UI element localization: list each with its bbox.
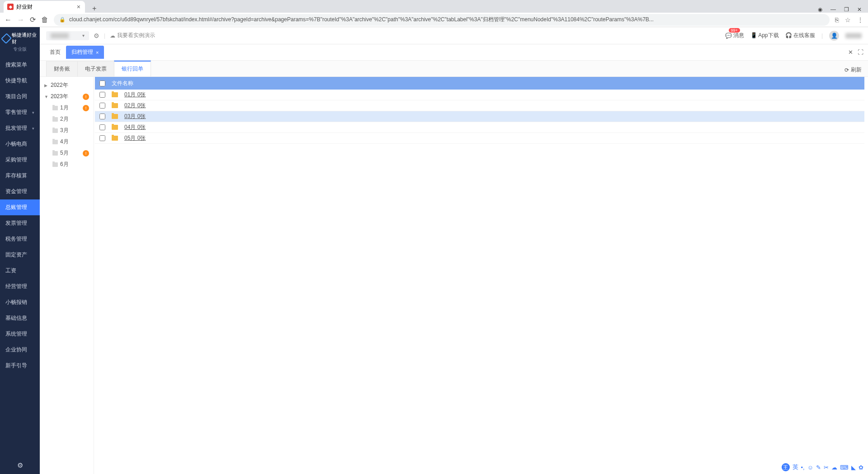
tab-home[interactable]: 首页 (44, 46, 66, 59)
ime-punct-icon[interactable]: •, (801, 464, 805, 471)
row-checkbox[interactable] (99, 92, 105, 98)
sidebar-item-11[interactable]: 税务管理 (0, 231, 40, 247)
sidebar-item-label: 资金管理 (5, 188, 27, 195)
table-row[interactable]: 01月 0张 (95, 90, 864, 100)
logo-edition: 专业版 (13, 46, 27, 52)
table-row[interactable]: 03月 0张 (95, 111, 864, 122)
subtab-einvoice[interactable]: 电子发票 (77, 61, 114, 76)
sidebar-item-14[interactable]: 经营管理 (0, 279, 40, 294)
sidebar-item-label: 基础信息 (5, 314, 27, 322)
maximize-icon[interactable]: ❐ (844, 6, 849, 13)
subtab-finance[interactable]: 财务账 (46, 61, 78, 76)
messages-button[interactable]: 💬 消息 99+ (725, 32, 744, 39)
tab-close-icon[interactable]: × (77, 3, 80, 10)
close-window-icon[interactable]: ✕ (857, 6, 862, 13)
alert-badge-icon: ! (83, 150, 89, 156)
ime-lang[interactable]: 英 (793, 463, 798, 471)
minimize-icon[interactable]: — (830, 6, 836, 13)
sidebar-item-label: 零售管理 (5, 109, 27, 116)
file-link[interactable]: 04月 0张 (124, 123, 146, 131)
logo-icon (1, 33, 12, 44)
sidebar-item-13[interactable]: 工资 (0, 263, 40, 279)
sidebar-item-18[interactable]: 企业协同 (0, 342, 40, 358)
app-root: 畅捷通好业财 专业版 搜索菜单快捷导航项目合同零售管理▾批发管理▾小畅电商采购管… (0, 27, 868, 474)
sidebar-item-2[interactable]: 项目合同 (0, 89, 40, 104)
trash-icon[interactable]: 🗑 (41, 16, 48, 24)
url-box[interactable]: 🔒 cloud.chanjet.com/cc/u6d89qwnryel/57bf… (54, 14, 830, 26)
table-row[interactable]: 04月 0张 (95, 122, 864, 133)
table-row[interactable]: 05月 0张 (95, 133, 864, 144)
tree-month-1[interactable]: 2月 (40, 114, 94, 125)
sidebar-item-1[interactable]: 快捷导航 (0, 73, 40, 89)
demo-link[interactable]: ☁ 我要看实例演示 (110, 32, 155, 39)
fullscreen-icon[interactable]: ⛶ (858, 49, 863, 56)
file-link[interactable]: 02月 0张 (124, 102, 146, 109)
sidebar-item-10[interactable]: 发票管理 (0, 215, 40, 231)
install-app-icon[interactable]: ⎘ (835, 16, 839, 24)
browser-chrome: ◆ 好业财 × + ◉ — ❐ ✕ ← → ⟳ 🗑 🔒 cloud.chanje… (0, 0, 868, 27)
table-row[interactable]: 02月 0张 (95, 100, 864, 111)
org-settings-icon[interactable]: ⚙ (94, 32, 99, 39)
back-button[interactable]: ← (5, 16, 12, 24)
tab-close-icon[interactable]: × (96, 50, 99, 55)
file-link[interactable]: 01月 0张 (124, 91, 146, 99)
ime-mic-icon[interactable]: ✂ (824, 464, 829, 471)
row-checkbox[interactable] (99, 124, 105, 130)
tree-month-2[interactable]: 3月 (40, 125, 94, 136)
row-checkbox[interactable] (99, 103, 105, 109)
kebab-menu-icon[interactable]: ⋮ (857, 16, 863, 24)
main-area: ▾ ⚙ | ☁ 我要看实例演示 💬 消息 99+ 📱 App下载 🎧 在线客服 … (40, 27, 868, 474)
sidebar-item-12[interactable]: 固定资产 (0, 247, 40, 263)
forward-button[interactable]: → (17, 16, 24, 24)
sidebar-item-19[interactable]: 新手引导 (0, 358, 40, 374)
subtab-bank[interactable]: 银行回单 (114, 61, 151, 76)
ime-edit-icon[interactable]: ✎ (816, 464, 821, 471)
ime-cloud-icon[interactable]: ☁ (831, 464, 837, 471)
bookmark-star-icon[interactable]: ☆ (845, 16, 851, 24)
ime-method-icon[interactable]: 王 (782, 463, 790, 471)
tree-month-5[interactable]: 6月 (40, 159, 94, 170)
chevron-down-icon: ▾ (82, 33, 85, 38)
select-all-checkbox[interactable] (99, 81, 105, 86)
sidebar-item-7[interactable]: 库存核算 (0, 168, 40, 184)
close-all-tabs-icon[interactable]: ✕ (848, 49, 853, 56)
sidebar-item-5[interactable]: 小畅电商 (0, 136, 40, 152)
chevron-down-icon: ▾ (32, 126, 34, 131)
sidebar-item-6[interactable]: 采购管理 (0, 152, 40, 168)
new-tab-button[interactable]: + (90, 5, 99, 13)
sidebar-item-8[interactable]: 资金管理 (0, 184, 40, 199)
sidebar-item-9[interactable]: 总账管理 (0, 199, 40, 215)
sidebar-item-3[interactable]: 零售管理▾ (0, 104, 40, 120)
username-blurred (845, 33, 862, 38)
sidebar-item-17[interactable]: 系统管理 (0, 326, 40, 342)
ime-gear-icon[interactable]: ✿ (859, 464, 863, 471)
sidebar-item-0[interactable]: 搜索菜单 (0, 57, 40, 73)
tree-node-2023[interactable]: ▼ 2023年 ! (40, 91, 94, 102)
sidebar-item-16[interactable]: 基础信息 (0, 310, 40, 326)
support-link[interactable]: 🎧 在线客服 (785, 32, 815, 39)
file-link[interactable]: 03月 0张 (124, 113, 146, 120)
ime-keyboard-icon[interactable]: ⌨ (840, 464, 849, 471)
folder-icon (112, 136, 118, 141)
tree-month-4[interactable]: 5月! (40, 147, 94, 159)
settings-gear-icon[interactable]: ⚙ (0, 457, 40, 474)
tab-archive[interactable]: 归档管理 × (66, 46, 104, 59)
file-link[interactable]: 05月 0张 (124, 134, 146, 142)
org-selector[interactable]: ▾ (46, 31, 89, 40)
row-checkbox[interactable] (99, 135, 105, 141)
tree-month-0[interactable]: 1月! (40, 102, 94, 114)
avatar[interactable]: 👤 (829, 31, 839, 41)
sidebar-item-4[interactable]: 批发管理▾ (0, 120, 40, 136)
account-icon[interactable]: ◉ (818, 6, 822, 13)
reload-button[interactable]: ⟳ (30, 15, 36, 24)
app-download-link[interactable]: 📱 App下载 (750, 32, 779, 39)
tree-node-2022[interactable]: ▶ 2022年 (40, 80, 94, 91)
sidebar-item-15[interactable]: 小畅报销 (0, 294, 40, 310)
tree-month-3[interactable]: 4月 (40, 136, 94, 147)
browser-tab[interactable]: ◆ 好业财 × (4, 1, 85, 13)
row-checkbox[interactable] (99, 114, 105, 119)
topbar: ▾ ⚙ | ☁ 我要看实例演示 💬 消息 99+ 📱 App下载 🎧 在线客服 … (40, 27, 868, 44)
refresh-button[interactable]: ⟳ 刷新 (844, 66, 862, 76)
ime-triangle-icon[interactable]: ◣ (851, 464, 856, 471)
ime-emoji-icon[interactable]: ☺ (807, 464, 813, 471)
